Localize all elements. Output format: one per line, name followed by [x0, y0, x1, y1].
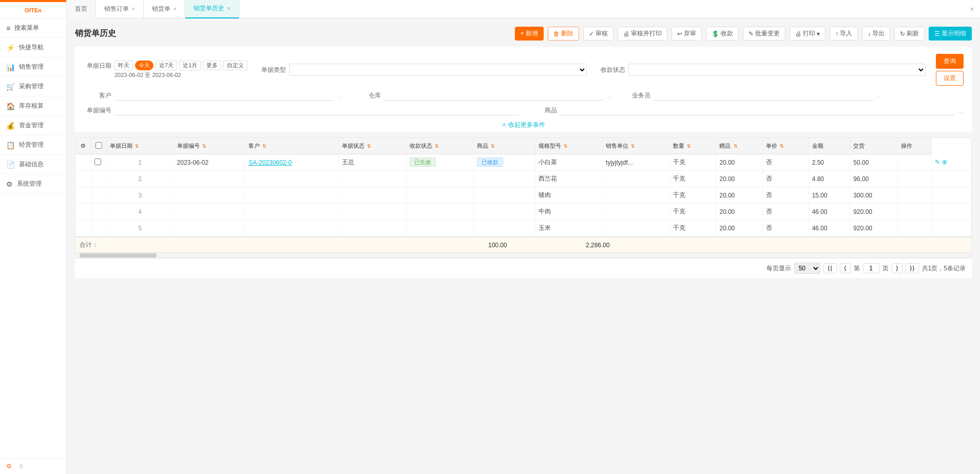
- sidebar-item-operations[interactable]: 📋 经营管理: [0, 135, 66, 155]
- warehouse-dots[interactable]: ...: [607, 92, 612, 100]
- th-customer[interactable]: 客户 ⇅: [245, 138, 339, 154]
- sidebar-item-inventory[interactable]: 🏠 库存核算: [0, 96, 66, 116]
- more-op-button[interactable]: ⊕: [942, 159, 947, 166]
- customer-input[interactable]: [114, 91, 334, 101]
- filter-section: 单据日期 昨天 今天 近7天 近1月 更多 自定义 2023-06-02 至 2…: [75, 47, 972, 132]
- collect-status-select[interactable]: [629, 64, 925, 75]
- th-gift[interactable]: 赠品 ⇅: [716, 138, 762, 154]
- warehouse-input[interactable]: [384, 91, 604, 101]
- tab-sales-goods-close[interactable]: ×: [174, 6, 177, 12]
- review-button[interactable]: ✓ 审核: [583, 27, 613, 41]
- cell-delivery: [898, 220, 932, 236]
- cell-unit: 千克: [670, 220, 716, 236]
- page-next-button[interactable]: ⟩: [892, 263, 902, 273]
- batch-change-icon: ✎: [748, 30, 754, 37]
- query-button[interactable]: 查询: [936, 54, 964, 69]
- doc-no-input[interactable]: [114, 106, 518, 115]
- tab-sales-history[interactable]: 销货单历史 ×: [185, 0, 239, 18]
- row-checkbox[interactable]: [94, 159, 101, 165]
- delete-button[interactable]: 🗑 删除: [548, 27, 579, 41]
- edit-op-button[interactable]: ✎: [935, 159, 940, 166]
- th-doc-date[interactable]: 单据日期 ⇅: [106, 138, 174, 154]
- tab-sales-history-close[interactable]: ×: [227, 6, 230, 11]
- show-detail-button[interactable]: ☰ 显示明细: [929, 27, 972, 41]
- cell-doc-status: [406, 220, 473, 236]
- page-prev-button[interactable]: ⟨: [840, 263, 851, 273]
- tab-sales-goods[interactable]: 销货单 ×: [144, 0, 185, 18]
- export-button[interactable]: ↓ 导出: [862, 27, 890, 41]
- date-btn-more[interactable]: 更多: [203, 61, 221, 70]
- batch-change-button[interactable]: ✎ 批量变更: [743, 27, 785, 41]
- sidebar-item-quick-nav[interactable]: ⚡ 快捷导航: [0, 38, 66, 57]
- date-btn-today[interactable]: 今天: [135, 61, 153, 70]
- page-input[interactable]: [863, 263, 879, 273]
- sidebar-item-sys-mgmt[interactable]: ⚙ 系统管理: [0, 174, 66, 194]
- filter-date-group: 单据日期 昨天 今天 近7天 近1月 更多 自定义 2023-06-02 至 2…: [83, 61, 247, 79]
- settings-bottom-icon[interactable]: ⚙: [6, 463, 12, 470]
- filter-row-2: 客户 ... 仓库 ... 业务员 ...: [83, 91, 964, 101]
- sidebar-item-sales-mgmt[interactable]: 📊 销售管理: [0, 57, 66, 77]
- setting-button[interactable]: 设置: [936, 71, 964, 86]
- print-button[interactable]: 🖨 打印 ▾: [790, 27, 825, 41]
- cell-unit: 千克: [670, 154, 716, 171]
- page-last-button[interactable]: ⟩⟩: [906, 263, 919, 273]
- customer-dots[interactable]: ...: [337, 92, 342, 100]
- tab-sales-history-label: 销货单历史: [194, 4, 224, 13]
- date-btn-7days[interactable]: 近7天: [156, 61, 177, 70]
- sidebar-item-purchase-mgmt[interactable]: 🛒 采购管理: [0, 77, 66, 96]
- cell-goods: 牛肉: [535, 204, 602, 220]
- cell-check: [91, 171, 106, 187]
- goods-dots[interactable]: ...: [958, 107, 964, 114]
- th-spec[interactable]: 规格型号 ⇅: [535, 138, 602, 154]
- scrollbar-thumb[interactable]: [80, 253, 157, 258]
- new-button[interactable]: + 新增: [515, 27, 544, 41]
- abandon-button[interactable]: ↩ 弃审: [671, 27, 702, 41]
- th-settings[interactable]: ⚙: [75, 138, 91, 154]
- cell-doc-no[interactable]: SA-20230602-0: [245, 154, 339, 171]
- pause-bottom-icon[interactable]: ⏸: [18, 463, 24, 470]
- salesperson-input[interactable]: [654, 91, 873, 101]
- refresh-button[interactable]: ↻ 刷新: [894, 27, 925, 41]
- sidebar-label-sales-mgmt: 销售管理: [19, 63, 44, 71]
- cell-row-num: 2: [106, 171, 174, 187]
- th-price[interactable]: 单价 ⇅: [762, 138, 809, 154]
- cell-doc-no: [245, 204, 339, 220]
- cell-settings: [75, 187, 91, 204]
- select-all-checkbox[interactable]: [95, 142, 102, 149]
- date-btn-1month[interactable]: 近1月: [179, 61, 201, 70]
- date-btn-custom[interactable]: 自定义: [223, 61, 247, 70]
- tab-home[interactable]: 首页: [67, 0, 96, 18]
- summary-label: 合计：: [80, 241, 105, 249]
- sidebar-item-finance[interactable]: 💰 资金管理: [0, 116, 66, 135]
- th-doc-no[interactable]: 单据编号 ⇅: [174, 138, 245, 154]
- doc-type-select[interactable]: [290, 64, 586, 75]
- sidebar-item-basic-info[interactable]: 📄 基础信息: [0, 155, 66, 174]
- date-btn-yesterday[interactable]: 昨天: [114, 61, 133, 70]
- cell-qty: 20.00: [716, 171, 762, 187]
- collect-button[interactable]: 💲 收款: [706, 27, 739, 41]
- sidebar-item-search-menu[interactable]: ≡ 搜索菜单: [0, 18, 66, 38]
- tab-sales-goods-label: 销货单: [152, 5, 170, 13]
- print-arrow-icon: ▾: [817, 30, 820, 37]
- th-unit[interactable]: 销售单位 ⇅: [603, 138, 670, 154]
- close-all-tabs[interactable]: ×: [964, 6, 980, 13]
- th-doc-status[interactable]: 单据状态 ⇅: [339, 138, 406, 154]
- review-print-button[interactable]: 🖨 审核并打印: [618, 27, 667, 41]
- cell-price: 15.00: [809, 187, 850, 204]
- salesperson-dots[interactable]: ...: [876, 92, 881, 100]
- horizontal-scrollbar[interactable]: [75, 252, 971, 258]
- th-collect-status[interactable]: 收款状态 ⇅: [406, 138, 473, 154]
- brand-logo: OfTEn: [25, 7, 42, 13]
- th-goods[interactable]: 商品 ⇅: [473, 138, 535, 154]
- tab-sales-order-close[interactable]: ×: [132, 6, 135, 12]
- goods-input[interactable]: [560, 106, 955, 115]
- tab-sales-order[interactable]: 销售订单 ×: [96, 0, 144, 18]
- page-first-button[interactable]: ⟨⟨: [823, 263, 837, 273]
- import-button[interactable]: ↑ 导入: [830, 27, 858, 41]
- cell-goods: 玉米: [535, 220, 602, 236]
- th-qty[interactable]: 数量 ⇅: [670, 138, 716, 154]
- pagination-bar: 每页显示 50 100 ⟨⟨ ⟨ 第 页 ⟩ ⟩⟩ 共1页，5条记录: [75, 258, 972, 278]
- filter-collapse-btn[interactable]: ∧ 收起更多条件: [83, 121, 964, 129]
- per-page-select[interactable]: 50 100: [794, 263, 820, 274]
- th-check[interactable]: [91, 138, 106, 154]
